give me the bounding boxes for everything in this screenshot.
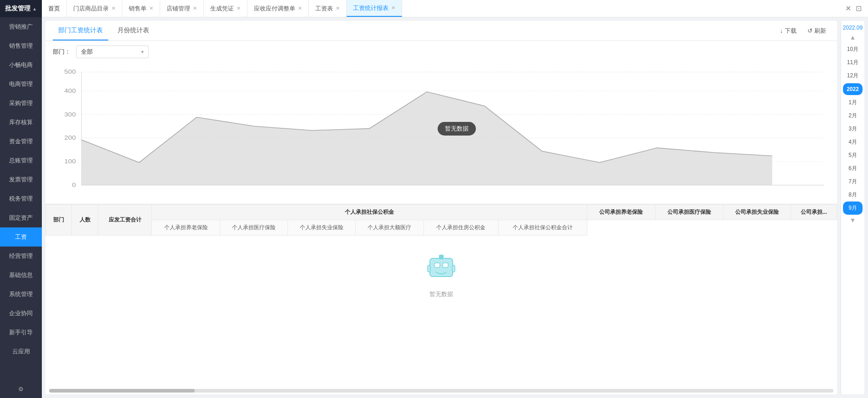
sub-tab-monthly[interactable]: 月份统计表 (112, 21, 155, 40)
table-scrollbar-thumb[interactable] (49, 389, 195, 393)
refresh-icon: ↺ (807, 27, 812, 34)
sidebar-item-inventory[interactable]: 库存核算 (0, 113, 42, 132)
date-panel: 2022.09 ▲ 10月 11月 12月 2022 1月 2月 3月 4月 5… (841, 21, 864, 394)
close-all-icon[interactable]: ✕ (843, 3, 853, 14)
tab-bar: 首页 门店商品目录 ✕ 销售单 ✕ 店铺管理 ✕ 生成凭证 ✕ 应收应付调整单 … (42, 0, 868, 17)
tab-sales-order[interactable]: 销售单 ✕ (122, 0, 160, 17)
sidebar-item-collab[interactable]: 企业协同 (0, 304, 42, 323)
tab-voucher[interactable]: 生成凭证 ✕ (204, 0, 247, 17)
dept-value: 全部 (81, 48, 93, 56)
area-chart: 0 100 200 300 400 500 (53, 67, 830, 199)
sidebar-item-purchase[interactable]: 采购管理 (0, 94, 42, 113)
sidebar-header[interactable]: 批发管理 ▲ (0, 0, 42, 17)
tab-adjust[interactable]: 应收应付调整单 ✕ (247, 0, 309, 17)
tab-store-manage-close[interactable]: ✕ (193, 6, 197, 11)
main-panel: 部门工资统计表 月份统计表 ↓ 下载 ↺ 刷新 (45, 21, 837, 394)
main-area: 首页 门店商品目录 ✕ 销售单 ✕ 店铺管理 ✕ 生成凭证 ✕ 应收应付调整单 … (42, 0, 868, 398)
date-panel-current[interactable]: 2022.09 (841, 21, 864, 32)
empty-state: 暂无数据 (45, 236, 837, 312)
date-month-9-active[interactable]: 9月 (843, 202, 863, 215)
tab-store-manage[interactable]: 店铺管理 ✕ (160, 0, 204, 17)
th-total-salary: 应发工资合计 (98, 205, 152, 236)
sidebar-item-ecommerce-small[interactable]: 小畅电商 (0, 55, 42, 75)
sidebar-item-invoice[interactable]: 发票管理 (0, 170, 42, 189)
svg-rect-19 (428, 265, 430, 272)
tab-voucher-close[interactable]: ✕ (237, 6, 241, 11)
sidebar-item-tax[interactable]: 税务管理 (0, 189, 42, 208)
toolbar-actions: ↓ 下载 ↺ 刷新 (777, 25, 830, 37)
tab-store-catalog[interactable]: 门店商品目录 ✕ (67, 0, 122, 17)
svg-text:300: 300 (64, 111, 76, 117)
tab-adjust-label: 应收应付调整单 (254, 5, 295, 13)
sidebar-item-finance[interactable]: 资金管理 (0, 132, 42, 151)
tab-payroll-label: 工资表 (315, 5, 333, 13)
content-area: 部门工资统计表 月份统计表 ↓ 下载 ↺ 刷新 (42, 17, 868, 398)
tab-payroll-report-close[interactable]: ✕ (391, 5, 395, 10)
date-month-12[interactable]: 12月 (841, 69, 864, 82)
date-year-2022[interactable]: 2022 (843, 83, 863, 95)
download-button[interactable]: ↓ 下载 (777, 25, 801, 37)
sidebar-item-cloud[interactable]: 云应用 (0, 342, 42, 361)
date-panel-down-arrow[interactable]: ▼ (848, 215, 858, 226)
sidebar-item-ledger[interactable]: 总账管理 (0, 151, 42, 170)
sidebar-item-operations[interactable]: 经营管理 (0, 247, 42, 266)
data-table: 部门 人数 应发工资合计 个人承担社保公积金 公司承担养老保险 公司承担医疗保险… (45, 204, 837, 236)
download-icon: ↓ (780, 27, 783, 34)
tab-store-catalog-close[interactable]: ✕ (111, 6, 116, 11)
restore-icon[interactable]: ⊡ (854, 3, 863, 14)
table-scrollbar[interactable] (49, 389, 833, 393)
sidebar: 批发管理 ▲ 营销推广 销售管理 小畅电商 电商管理 采购管理 库存核算 资金管… (0, 0, 42, 398)
tab-adjust-close[interactable]: ✕ (298, 6, 302, 11)
date-month-6[interactable]: 6月 (841, 162, 864, 175)
tab-store-catalog-label: 门店商品目录 (73, 5, 109, 13)
date-month-10[interactable]: 10月 (841, 43, 864, 56)
date-month-4[interactable]: 4月 (841, 136, 864, 149)
svg-rect-15 (434, 263, 440, 267)
date-month-7[interactable]: 7月 (841, 175, 864, 188)
sub-tab-dept[interactable]: 部门工资统计表 (53, 21, 108, 40)
settings-button[interactable]: ⚙ (0, 380, 42, 398)
sidebar-item-marketing[interactable]: 营销推广 (0, 17, 42, 36)
svg-text:400: 400 (64, 87, 76, 94)
sidebar-item-sales[interactable]: 销售管理 (0, 36, 42, 55)
sidebar-item-system[interactable]: 系统管理 (0, 285, 42, 304)
empty-text: 暂无数据 (429, 290, 453, 298)
date-month-2[interactable]: 2月 (841, 109, 864, 122)
th-personal-housing-fund: 个人承担住房公积金 (424, 220, 499, 236)
chart-area: 0 100 200 300 400 500 (45, 63, 837, 204)
svg-text:100: 100 (64, 158, 76, 165)
tab-home-label: 首页 (48, 5, 60, 13)
sidebar-item-guide[interactable]: 新手引导 (0, 323, 42, 342)
date-month-3[interactable]: 3月 (841, 122, 864, 136)
date-panel-up-arrow[interactable]: ▲ (848, 32, 858, 43)
svg-rect-16 (443, 263, 448, 267)
tab-sales-order-close[interactable]: ✕ (149, 6, 153, 11)
tab-payroll-report[interactable]: 工资统计报表 ✕ (347, 0, 402, 17)
sidebar-title: 批发管理 (5, 5, 30, 13)
date-month-8[interactable]: 8月 (841, 188, 864, 202)
sidebar-item-payroll[interactable]: 工资 (0, 227, 42, 247)
th-personal-insurance: 个人承担社保公积金 (152, 205, 587, 220)
empty-icon (423, 249, 459, 286)
tab-home[interactable]: 首页 (42, 0, 67, 17)
date-month-5[interactable]: 5月 (841, 149, 864, 162)
dept-select[interactable]: 全部 ▾ (76, 45, 149, 58)
tab-payroll[interactable]: 工资表 ✕ (309, 0, 347, 17)
date-month-1[interactable]: 1月 (841, 96, 864, 109)
sidebar-item-ecommerce[interactable]: 电商管理 (0, 75, 42, 94)
th-company-more: 公司承担... (791, 205, 837, 220)
sidebar-item-assets[interactable]: 固定资产 (0, 208, 42, 227)
th-personal-total: 个人承担社保公积金合计 (499, 220, 587, 236)
chevron-down-icon: ▾ (141, 49, 144, 55)
date-month-11[interactable]: 11月 (841, 56, 864, 69)
tab-bar-controls: ✕ ⊡ (839, 3, 868, 14)
tab-sales-order-label: 销售单 (129, 5, 146, 13)
svg-marker-13 (81, 92, 772, 185)
refresh-button[interactable]: ↺ 刷新 (804, 25, 830, 37)
th-personal-pension: 个人承担养老保险 (152, 220, 220, 236)
sidebar-item-basic-info[interactable]: 基础信息 (0, 266, 42, 285)
chart-container: 0 100 200 300 400 500 (53, 67, 830, 199)
tab-payroll-report-label: 工资统计报表 (353, 4, 389, 12)
th-company-medical: 公司承担医疗保险 (655, 205, 723, 220)
tab-payroll-close[interactable]: ✕ (336, 6, 340, 11)
